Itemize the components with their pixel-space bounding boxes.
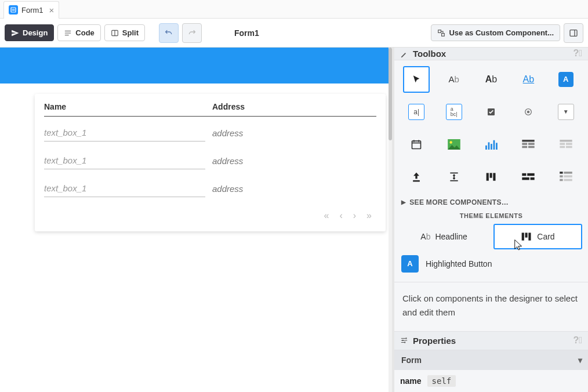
app-header-region[interactable] (0, 48, 389, 84)
undo-button[interactable] (159, 23, 179, 43)
tool-link[interactable]: Ab (515, 66, 542, 93)
svg-rect-23 (493, 140, 495, 149)
table-row[interactable]: address (44, 147, 376, 175)
upload-icon (411, 171, 422, 183)
col-header-address[interactable]: Address (212, 102, 376, 111)
tool-textarea[interactable]: abc| (441, 99, 467, 125)
theme-card-label: Card (537, 232, 554, 241)
see-more-components[interactable]: ▶ SEE MORE COMPONENTS… (400, 195, 582, 210)
name-field[interactable] (44, 180, 205, 197)
theme-headline[interactable]: Ab Headline (400, 224, 488, 249)
svg-rect-29 (528, 146, 535, 148)
help-icon[interactable]: ?⃝ (573, 335, 582, 346)
checkbox-icon (487, 107, 496, 117)
svg-point-55 (402, 340, 404, 341)
table-row[interactable]: address (44, 119, 376, 147)
properties-header[interactable]: Properties ?⃝ (394, 331, 588, 350)
textbox-icon: a| (408, 104, 424, 120)
tool-radio[interactable] (515, 99, 542, 125)
theme-card[interactable]: Card (493, 224, 582, 249)
pager-first-icon[interactable]: « (324, 210, 329, 221)
data-grid-card[interactable]: Name Address address address address « (35, 94, 386, 231)
tool-label[interactable]: Ab (441, 66, 467, 93)
tool-datepicker[interactable] (403, 131, 430, 158)
property-object-label: Form (401, 355, 422, 365)
pager-prev-icon[interactable]: ‹ (339, 210, 342, 221)
address-cell[interactable]: address (205, 128, 376, 138)
list-icon (64, 29, 72, 37)
column-panel-icon (485, 172, 497, 182)
help-icon[interactable]: ?⃝ (573, 48, 582, 59)
tool-flow-panel[interactable] (515, 164, 542, 190)
button-icon: A (558, 72, 574, 87)
pager-next-icon[interactable]: › (353, 210, 356, 221)
table-row[interactable]: address (44, 175, 376, 202)
toolbox-header[interactable]: Toolbox ?⃝ (394, 48, 588, 60)
svg-rect-24 (496, 143, 498, 150)
svg-rect-40 (493, 173, 495, 180)
code-button[interactable]: Code (57, 24, 101, 41)
tool-upload[interactable] (403, 164, 430, 190)
svg-rect-37 (450, 180, 458, 181)
property-key: name (400, 376, 422, 386)
split-button[interactable]: Split (104, 24, 145, 41)
close-icon[interactable]: × (47, 6, 55, 14)
address-cell[interactable]: address (205, 184, 376, 194)
grid-icon (522, 140, 535, 149)
tool-data-grid[interactable] (515, 131, 542, 158)
tool-chart[interactable] (478, 131, 504, 158)
code-label: Code (75, 28, 95, 37)
col-header-name[interactable]: Name (44, 102, 212, 111)
theme-highlighted-button[interactable]: A Highlighted Button (400, 253, 582, 280)
svg-rect-33 (560, 146, 565, 148)
svg-rect-6 (442, 33, 445, 36)
tool-dropdown[interactable]: ▼ (553, 99, 579, 125)
tool-repeating-panel[interactable] (553, 164, 579, 190)
chevron-down-icon: ▾ (578, 355, 582, 365)
svg-rect-34 (566, 146, 572, 148)
design-label: Design (23, 28, 48, 37)
svg-rect-26 (522, 143, 528, 145)
see-more-label: SEE MORE COMPONENTS… (409, 198, 509, 206)
property-value[interactable]: self (427, 375, 456, 387)
tool-button[interactable]: A (553, 66, 579, 93)
tool-image[interactable] (441, 131, 467, 158)
redo-button[interactable] (182, 23, 202, 43)
name-field[interactable] (44, 124, 205, 141)
tool-pointer[interactable] (403, 66, 430, 93)
svg-rect-28 (522, 146, 528, 148)
tool-checkbox[interactable] (478, 99, 504, 125)
name-field[interactable] (44, 152, 205, 169)
svg-rect-38 (487, 173, 489, 180)
svg-rect-20 (485, 145, 487, 149)
tool-bold-label[interactable]: Ab (478, 66, 504, 93)
form-icon (9, 5, 18, 14)
textarea-icon: abc| (446, 104, 462, 120)
svg-point-19 (449, 141, 452, 144)
tab-title: Form1 (21, 6, 43, 14)
tool-column-panel[interactable] (478, 164, 504, 190)
panel-toggle-button[interactable] (564, 23, 583, 43)
tab-form1[interactable]: Form1 × (3, 1, 59, 19)
pager-last-icon[interactable]: » (366, 210, 372, 221)
scrollbar-thumb[interactable] (389, 48, 392, 140)
address-cell[interactable]: address (205, 156, 376, 166)
svg-rect-53 (529, 233, 531, 240)
custom-component-button[interactable]: Use as Custom Component... (431, 24, 560, 41)
grid-header: Name Address (44, 102, 376, 117)
flow-panel-icon (522, 172, 535, 182)
design-button[interactable]: Design (5, 24, 54, 41)
tool-data-grid-alt[interactable] (553, 131, 579, 158)
property-object-select[interactable]: Form ▾ (394, 350, 588, 370)
svg-rect-30 (560, 140, 572, 142)
tool-spacer[interactable] (441, 164, 467, 190)
svg-rect-35 (413, 180, 420, 182)
svg-rect-47 (560, 175, 562, 177)
custom-component-label: Use as Custom Component... (449, 28, 554, 37)
design-canvas[interactable]: Name Address address address address « (0, 48, 394, 392)
card-icon (521, 231, 532, 242)
tool-textbox[interactable]: a| (403, 99, 430, 125)
toolbox-body: Ab Ab Ab A a| abc| ▼ (394, 60, 588, 282)
repeating-panel-icon (560, 172, 572, 182)
scrollbar[interactable] (389, 48, 392, 392)
